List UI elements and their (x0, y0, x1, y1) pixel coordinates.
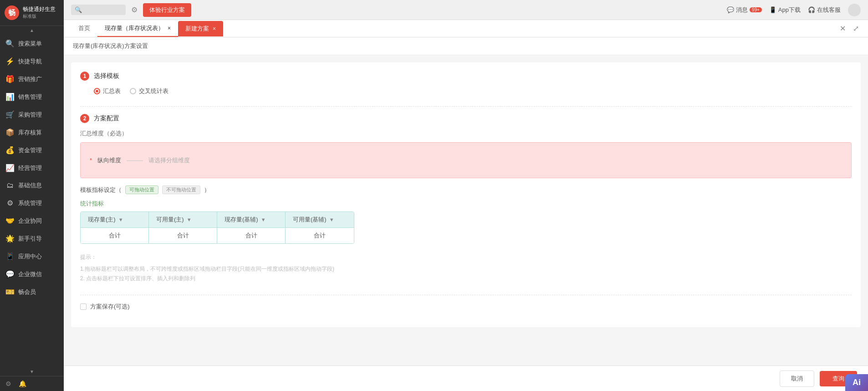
sidebar-item-quicknav[interactable]: ⚡ 快捷导航 (0, 52, 64, 70)
tab-new-plan[interactable]: 新建方案 × (178, 21, 223, 36)
radio-cross-table[interactable]: 交叉统计表 (130, 87, 168, 95)
messages-label: 消息 (736, 6, 748, 14)
sidebar-logo: 畅 畅捷通好生意 标准版 (0, 0, 64, 26)
tab-inventory-close[interactable]: × (168, 25, 171, 31)
sidebar-item-label: 快捷导航 (18, 57, 42, 66)
template-radio-group: 汇总表 交叉统计表 (94, 87, 852, 95)
sidebar-item-label: 畅会员 (18, 288, 36, 296)
tip-2: 2. 点击标题栏下拉可设置排序、插入列和删除列 (80, 274, 852, 284)
app-download-label: App下载 (778, 6, 801, 14)
stats-cell-3: 合计 (286, 228, 354, 243)
gear-button[interactable]: ⚙ (131, 5, 138, 14)
col-chevron-2[interactable]: ▼ (261, 217, 266, 222)
ai-badge[interactable]: Ai (845, 374, 868, 391)
footer-settings-icon[interactable]: ⚙ (5, 380, 11, 387)
sidebar-item-finance[interactable]: 💰 资金管理 (0, 141, 64, 159)
search-icon: 🔍 (75, 6, 82, 13)
sidebar-item-sales[interactable]: 📊 销售管理 (0, 88, 64, 106)
tab-home[interactable]: 首页 (71, 21, 97, 37)
indicator-label: 模板指标设定（ 可拖动位置 不可拖动位置 ） (80, 185, 852, 194)
sidebar-item-wechat[interactable]: 💬 企业微信 (0, 265, 64, 283)
stats-section: 统计指标 现存量(主) ▼ 可用量(主) ▼ (80, 200, 852, 245)
search-icon: 🔍 (5, 39, 15, 48)
close-window-button[interactable]: ✕ (838, 23, 848, 34)
col-chevron-1[interactable]: ▼ (187, 217, 192, 222)
topbar: 🔍 ⚙ 体验行业方案 💬 消息 99+ 📱 App下载 🎧 在线客服 (64, 0, 868, 20)
user-avatar[interactable] (848, 4, 861, 16)
step2-section: 2 方案配置 汇总维度（必选） * 纵向维度 —— 请选择分组维度 模板指标设定… (80, 114, 852, 284)
radio-cross-circle (130, 88, 136, 94)
app-download-item[interactable]: 📱 App下载 (769, 6, 801, 14)
fixed-badge: 不可拖动位置 (162, 185, 200, 194)
sidebar-item-member[interactable]: 🎫 畅会员 (0, 283, 64, 301)
wechat-icon: 💬 (5, 270, 15, 278)
expand-window-button[interactable]: ⤢ (851, 23, 861, 34)
app-name: 畅捷通好生意 (23, 6, 56, 13)
tab-new-close[interactable]: × (213, 26, 216, 32)
logo-icon: 畅 (5, 5, 19, 20)
stats-cell-0: 合计 (81, 228, 149, 243)
step2-header: 2 方案配置 (80, 114, 852, 123)
online-service-item[interactable]: 🎧 在线客服 (808, 6, 841, 14)
radio-summary-circle (94, 88, 100, 94)
sidebar-item-label: 新手引导 (18, 235, 42, 243)
system-icon: ⚙ (5, 199, 15, 207)
step1-title: 选择模板 (94, 72, 119, 80)
col-chevron-3[interactable]: ▼ (329, 217, 334, 222)
search-input[interactable] (85, 7, 121, 13)
sidebar-item-collab[interactable]: 🤝 企业协同 (0, 212, 64, 230)
sidebar-footer: ⚙ 🔔 (0, 376, 64, 391)
sidebar-item-search[interactable]: 🔍 搜索菜单 (0, 35, 64, 52)
sidebar-item-purchase[interactable]: 🛒 采购管理 (0, 106, 64, 123)
stats-table-row: 合计 合计 合计 合计 (81, 227, 354, 243)
radio-summary-table[interactable]: 汇总表 (94, 87, 121, 95)
save-checkbox[interactable] (80, 304, 87, 310)
sidebar-item-guide[interactable]: 🌟 新手引导 (0, 230, 64, 247)
sidebar-item-management[interactable]: 📈 经营管理 (0, 159, 64, 177)
sidebar-item-base-info[interactable]: 🗂 基础信息 (0, 177, 64, 194)
step2-title: 方案配置 (94, 114, 119, 123)
dimension-placeholder: 请选择分组维度 (148, 156, 190, 165)
messages-item[interactable]: 💬 消息 99+ (727, 6, 762, 14)
col-header-label-2: 现存量(基辅) (225, 216, 258, 224)
divider-1 (80, 106, 852, 107)
tab-inventory[interactable]: 现存量（库存状况表） × (97, 21, 178, 37)
schema-panel: 1 选择模板 汇总表 交叉统计表 2 (71, 62, 861, 327)
trial-button[interactable]: 体验行业方案 (143, 3, 191, 17)
topbar-search-container: 🔍 (71, 5, 126, 15)
purchase-icon: 🛒 (5, 110, 15, 119)
col-header-3[interactable]: 可用量(基辅) ▼ (286, 212, 354, 227)
sidebar-item-marketing[interactable]: 🎁 营销推广 (0, 70, 64, 88)
dimension-required-mark: * (90, 157, 92, 164)
sidebar-item-label: 营销推广 (18, 75, 42, 83)
page-title: 现存量(库存状况表)方案设置 (64, 37, 868, 55)
col-header-label-1: 可用量(主) (156, 216, 184, 224)
footer-sound-icon[interactable]: 🔔 (19, 380, 26, 387)
save-option: 方案保存(可选) (80, 303, 852, 311)
dimension-vertical-label: 纵向维度 (97, 156, 121, 165)
management-icon: 📈 (5, 164, 15, 172)
stats-cell-2: 合计 (217, 228, 286, 243)
sidebar-nav: 🔍 搜索菜单 ⚡ 快捷导航 🎁 营销推广 📊 销售管理 🛒 采购管理 📦 库存核… (0, 35, 64, 367)
col-header-1[interactable]: 可用量(主) ▼ (149, 212, 217, 227)
sidebar-item-apps[interactable]: 📱 应用中心 (0, 247, 64, 265)
member-icon: 🎫 (5, 288, 15, 296)
dimension-box[interactable]: * 纵向维度 —— 请选择分组维度 (80, 142, 852, 178)
collab-icon: 🤝 (5, 216, 15, 225)
tip-1: 1.拖动标题栏可以调整布局，不可跨维度或指标区域拖动栏目字段(只能在同一维度或指… (80, 264, 852, 274)
sales-icon: 📊 (5, 93, 15, 101)
stats-table: 现存量(主) ▼ 可用量(主) ▼ 现存量(基辅) ▼ (80, 211, 354, 244)
cancel-button[interactable]: 取消 (780, 370, 814, 387)
sidebar-scroll-down[interactable]: ▼ (0, 367, 64, 376)
col-chevron-0[interactable]: ▼ (118, 217, 123, 222)
phone-icon: 📱 (769, 6, 776, 13)
indicator-label-text: 模板指标设定（ (80, 186, 122, 194)
col-header-2[interactable]: 现存量(基辅) ▼ (217, 212, 286, 227)
sidebar-scroll-up[interactable]: ▲ (0, 26, 64, 35)
sidebar-item-label: 经营管理 (18, 164, 42, 172)
col-header-0[interactable]: 现存量(主) ▼ (81, 212, 149, 227)
quicknav-icon: ⚡ (5, 57, 15, 66)
marketing-icon: 🎁 (5, 75, 15, 83)
sidebar-item-system[interactable]: ⚙ 系统管理 (0, 194, 64, 212)
sidebar-item-inventory[interactable]: 📦 库存核算 (0, 123, 64, 141)
